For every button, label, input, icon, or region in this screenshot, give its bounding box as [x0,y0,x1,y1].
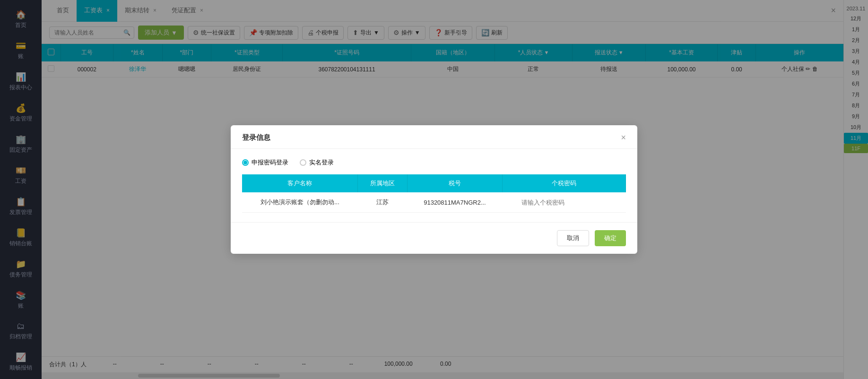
radio-realname-circle [300,159,306,166]
dialog-col-tax-num: 税号 [407,174,502,192]
dialog-close-button[interactable]: × [621,133,626,143]
radio-inner [243,161,247,164]
dialog-header: 登录信息 × [231,125,637,149]
dialog-cell-client-name: 刘小艳演示账套（勿删勿动... [242,192,358,213]
radio-realname-login[interactable]: 实名登录 [300,158,334,167]
dialog-cell-tax-password [503,192,626,213]
dialog-body: 申报密码登录 实名登录 客户名称 所属地区 税号 个税密码 [231,149,637,222]
radio-password-circle [242,159,249,166]
confirm-button[interactable]: 确定 [595,230,626,246]
dialog-overlay: 登录信息 × 申报密码登录 实名登录 客户名称 [0,0,868,379]
dialog-title: 登录信息 [242,133,270,142]
cancel-button[interactable]: 取消 [557,230,589,246]
tax-password-input[interactable] [521,199,607,206]
dialog-cell-region: 江苏 [358,192,408,213]
dialog-cell-tax-number: 91320811MA7NGR2... [407,192,502,213]
dialog-col-region: 所属地区 [358,174,408,192]
dialog-col-password: 个税密码 [503,174,626,192]
login-dialog: 登录信息 × 申报密码登录 实名登录 客户名称 [231,125,637,254]
dialog-col-client: 客户名称 [242,174,358,192]
login-type-group: 申报密码登录 实名登录 [242,158,626,167]
dialog-footer: 取消 确定 [231,222,637,254]
radio-password-login[interactable]: 申报密码登录 [242,158,288,167]
dialog-table-row: 刘小艳演示账套（勿删勿动... 江苏 91320811MA7NGR2... [242,192,626,213]
login-info-table: 客户名称 所属地区 税号 个税密码 刘小艳演示账套（勿删勿动... 江苏 913… [242,174,626,213]
